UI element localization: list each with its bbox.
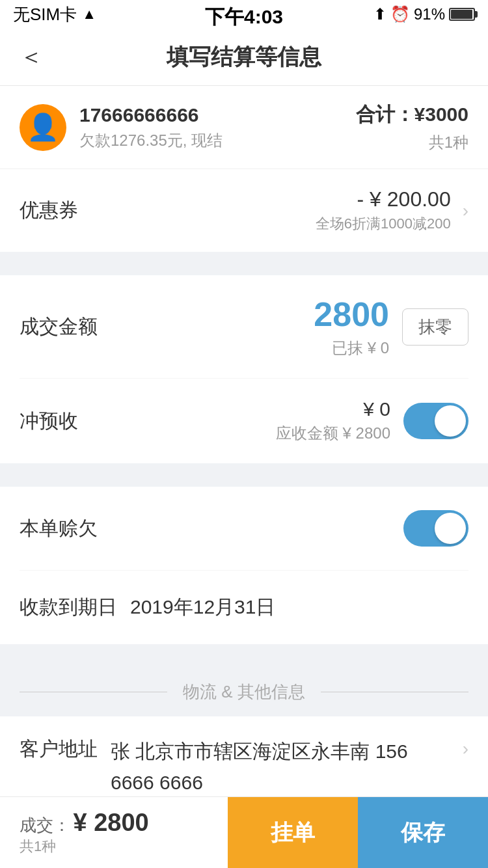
status-carrier: 无SIM卡 ▲ bbox=[13, 3, 96, 26]
battery-percent: 91% bbox=[414, 5, 445, 23]
location-icon: ⬆ bbox=[373, 5, 386, 23]
bottom-amount: ¥ 2800 bbox=[73, 809, 148, 836]
main-content: 👤 17666666666 欠款1276.35元, 现结 合计：¥3000 共1… bbox=[0, 86, 488, 868]
prepay-value: ¥ 0 bbox=[276, 398, 390, 420]
customer-phone: 17666666666 bbox=[79, 104, 223, 126]
debit-section: 本单赊欠 收款到期日 2019年12月31日 bbox=[0, 487, 488, 644]
prepay-value-block: ¥ 0 应收金额 ¥ 2800 bbox=[276, 398, 390, 444]
bottom-trade-label: 成交： bbox=[20, 815, 70, 835]
bottom-count: 共1种 bbox=[20, 837, 208, 856]
bottom-trade-wrap: 成交： ¥ 2800 bbox=[20, 809, 208, 837]
round-zero-button[interactable]: 抹零 bbox=[402, 308, 468, 346]
deal-amount-block: 2800 已抹 ¥ 0 bbox=[314, 295, 389, 359]
amount-section: 成交金额 2800 已抹 ¥ 0 抹零 冲预收 ¥ 0 应收金额 ¥ 2800 bbox=[0, 275, 488, 463]
save-button[interactable]: 保存 bbox=[358, 797, 488, 869]
total-amount: 合计：¥3000 bbox=[356, 102, 468, 128]
coupon-discount: - ¥ 200.00 bbox=[316, 187, 451, 211]
customer-debt: 欠款1276.35元, 现结 bbox=[79, 130, 223, 151]
address-chevron-icon: › bbox=[463, 739, 468, 759]
wifi-icon: ▲ bbox=[82, 6, 96, 23]
deal-rounded: 已抹 ¥ 0 bbox=[314, 338, 389, 359]
due-date-value: 2019年12月31日 bbox=[130, 594, 275, 621]
separator-1 bbox=[0, 262, 488, 275]
customer-total: 合计：¥3000 共1种 bbox=[356, 102, 468, 153]
nav-bar: ＜ 填写结算等信息 bbox=[0, 29, 488, 86]
status-time: 下午4:03 bbox=[205, 4, 283, 31]
separator-2 bbox=[0, 463, 488, 476]
divider-line-left bbox=[20, 692, 167, 692]
divider-line-right bbox=[321, 692, 468, 692]
status-right: ⬆ ⏰ 91% bbox=[373, 5, 475, 23]
separator-3 bbox=[0, 644, 488, 657]
customer-card: 👤 17666666666 欠款1276.35元, 现结 合计：¥3000 共1… bbox=[0, 86, 488, 252]
coupon-info: - ¥ 200.00 全场6折满1000减200 bbox=[316, 187, 451, 234]
carrier-text: 无SIM卡 bbox=[13, 3, 77, 26]
coupon-right: - ¥ 200.00 全场6折满1000减200 › bbox=[316, 187, 468, 234]
due-date-label: 收款到期日 bbox=[20, 594, 117, 621]
bottom-summary: 成交： ¥ 2800 共1种 bbox=[0, 809, 228, 856]
deal-right: 2800 已抹 ¥ 0 抹零 bbox=[314, 295, 468, 359]
address-value: 张 北京市市辖区海淀区永丰南 156 6666 6666 bbox=[111, 736, 456, 798]
coupon-row[interactable]: 优惠券 - ¥ 200.00 全场6折满1000减200 › bbox=[0, 169, 488, 252]
deal-amount: 2800 bbox=[314, 295, 389, 334]
back-button[interactable]: ＜ bbox=[20, 41, 43, 73]
address-label: 客户地址 bbox=[20, 736, 98, 763]
customer-left: 👤 17666666666 欠款1276.35元, 现结 bbox=[20, 104, 223, 151]
coupon-label: 优惠券 bbox=[20, 197, 78, 224]
date-row: 收款到期日 2019年12月31日 bbox=[20, 570, 468, 644]
prepay-toggle[interactable] bbox=[403, 403, 468, 439]
debit-row: 本单赊欠 bbox=[20, 487, 468, 570]
deal-amount-row: 成交金额 2800 已抹 ¥ 0 抹零 bbox=[20, 275, 468, 379]
prepay-row: 冲预收 ¥ 0 应收金额 ¥ 2800 bbox=[20, 379, 468, 463]
coupon-chevron-icon: › bbox=[463, 200, 468, 221]
prepay-label: 冲预收 bbox=[20, 408, 78, 435]
logistics-divider: 物流 & 其他信息 bbox=[0, 668, 488, 716]
toggle-knob bbox=[435, 405, 466, 437]
total-count: 共1种 bbox=[356, 132, 468, 153]
debit-toggle[interactable] bbox=[403, 510, 468, 547]
debit-label: 本单赊欠 bbox=[20, 515, 98, 542]
customer-row: 👤 17666666666 欠款1276.35元, 现结 合计：¥3000 共1… bbox=[0, 86, 488, 169]
alarm-icon: ⏰ bbox=[390, 5, 410, 23]
battery-icon bbox=[449, 8, 475, 21]
status-bar: 无SIM卡 ▲ 下午4:03 ⬆ ⏰ 91% bbox=[0, 0, 488, 29]
deal-label: 成交金额 bbox=[20, 314, 98, 340]
customer-info: 17666666666 欠款1276.35元, 现结 bbox=[79, 104, 223, 151]
coupon-desc: 全场6折满1000减200 bbox=[316, 214, 451, 234]
debit-toggle-knob bbox=[435, 513, 466, 544]
hang-order-button[interactable]: 挂单 bbox=[228, 797, 358, 869]
bottom-bar: 成交： ¥ 2800 共1种 挂单 保存 bbox=[0, 796, 488, 868]
prepay-sub: 应收金额 ¥ 2800 bbox=[276, 423, 390, 444]
prepay-right: ¥ 0 应收金额 ¥ 2800 bbox=[276, 398, 468, 444]
avatar-icon: 👤 bbox=[27, 112, 59, 142]
page-title: 填写结算等信息 bbox=[167, 42, 321, 72]
avatar: 👤 bbox=[20, 104, 66, 151]
logistics-label: 物流 & 其他信息 bbox=[167, 681, 321, 703]
